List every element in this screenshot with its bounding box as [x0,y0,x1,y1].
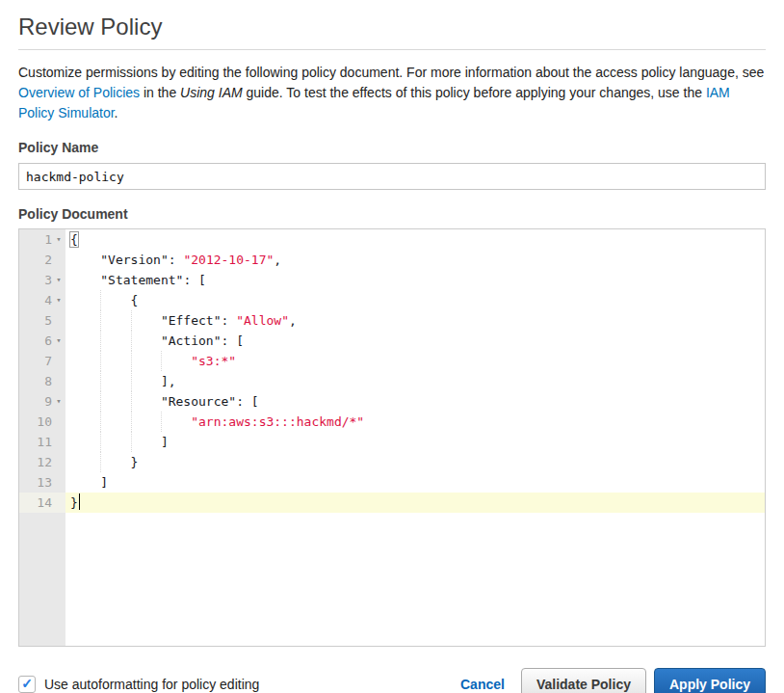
code-token-plain: ], [161,374,176,388]
editor-line[interactable]: { [65,290,765,310]
editor-code-area[interactable]: {"Version": "2012-10-17","Statement": [{… [65,229,765,646]
indent-guide [161,412,191,432]
description-text-3: guide. To test the effects of this polic… [247,85,702,100]
line-number: 6 [44,331,52,351]
code-token-plain: } [70,495,78,510]
code-token-key: "Resource" [161,394,236,409]
gutter-line-9: 9▾ [19,391,65,412]
policy-document-editor[interactable]: 1▾23▾4▾56▾789▾1011121314 {"Version": "20… [18,228,766,647]
line-number: 2 [44,250,52,270]
footer-bar: ✓ Use autoformatting for policy editing … [18,668,766,693]
indent-guide [131,412,161,432]
indent-space [70,472,100,493]
line-number: 1 [44,229,52,250]
code-token-plain: : [ [183,273,205,287]
gutter-line-10: 10 [19,412,65,432]
line-number: 12 [37,452,52,472]
editor-line[interactable]: ] [65,472,765,493]
code-token-plain: : [222,313,237,328]
indent-space [70,391,100,412]
line-number: 8 [44,371,52,391]
indent-space [70,351,100,371]
indent-guide [100,432,130,452]
apply-policy-button[interactable]: Apply Policy [654,668,766,693]
indent-guide [131,432,161,452]
editor-line[interactable]: "Action": [ [65,331,765,351]
editor-line[interactable]: "Version": "2012-10-17", [65,250,765,270]
overview-of-policies-link[interactable]: Overview of Policies [18,85,140,100]
line-number: 5 [44,310,52,331]
code-token-plain: { [70,232,78,247]
gutter-line-6: 6▾ [19,331,65,351]
gutter-line-1: 1▾ [19,229,65,250]
indent-guide [100,331,130,351]
gutter-line-5: 5 [19,310,65,331]
policy-name-input[interactable] [18,163,766,190]
editor-line[interactable]: "s3:*" [65,351,765,371]
code-token-str: "Allow" [236,313,289,328]
code-token-plain: : [ [222,333,244,348]
indent-guide [100,371,130,391]
indent-guide [131,371,161,391]
validate-policy-button[interactable]: Validate Policy [521,668,646,693]
editor-line[interactable]: ], [65,371,765,391]
page-title: Review Policy [18,13,766,40]
description-text-2: in the [144,85,176,100]
autoformat-option[interactable]: ✓ Use autoformatting for policy editing [18,676,259,693]
cancel-link[interactable]: Cancel [460,677,505,692]
description: Customize permissions by editing the fol… [18,63,766,123]
fold-caret-icon[interactable]: ▾ [52,391,65,412]
fold-caret-icon[interactable]: ▾ [52,270,65,290]
editor-line[interactable]: } [65,452,765,472]
indent-space [70,290,100,310]
indent-guide [131,331,161,351]
code-token-plain: ] [161,435,169,449]
code-token-key: "Action" [161,333,222,348]
text-cursor [79,493,81,510]
gutter-line-13: 13 [19,472,65,493]
code-token-key: "Statement" [100,273,183,287]
fold-caret-icon[interactable]: ▾ [52,290,65,310]
editor-line[interactable]: "Effect": "Allow", [65,310,765,331]
gutter-line-4: 4▾ [19,290,65,310]
autoformat-checkbox[interactable]: ✓ [18,676,36,693]
line-number: 9 [44,391,52,412]
line-number: 3 [44,270,52,290]
indent-guide [131,391,161,412]
indent-guide [100,351,130,371]
code-token-plain: : [169,253,184,267]
line-number: 7 [44,351,52,371]
editor-line[interactable]: { [65,229,765,250]
review-policy-page: Review Policy Customize permissions by e… [0,13,784,693]
indent-space [70,331,100,351]
code-token-plain: { [131,293,139,307]
indent-guide [161,351,191,371]
editor-gutter: 1▾23▾4▾56▾789▾1011121314 [19,229,65,646]
line-number: 11 [37,432,52,452]
editor-line[interactable]: "arn:aws:s3:::hackmd/*" [65,412,765,432]
fold-caret-icon[interactable]: ▾ [52,229,65,250]
indent-guide [100,290,130,310]
code-token-str: "arn:aws:s3:::hackmd/*" [191,414,364,429]
gutter-line-8: 8 [19,371,65,391]
indent-space [70,412,100,432]
editor-line[interactable]: "Resource": [ [65,391,765,412]
code-token-plain: : [ [236,394,258,409]
title-divider [18,49,766,50]
policy-document-label: Policy Document [18,206,766,222]
gutter-line-2: 2 [19,250,65,270]
indent-guide [100,310,130,331]
editor-line[interactable]: } [65,493,765,513]
indent-space [70,371,100,391]
indent-space [70,250,100,270]
code-token-str: "2012-10-17" [183,253,274,267]
line-number: 14 [37,493,52,513]
gutter-line-3: 3▾ [19,270,65,290]
fold-caret-icon[interactable]: ▾ [52,331,65,351]
editor-line[interactable]: ] [65,432,765,452]
indent-guide [100,391,130,412]
indent-guide [131,351,161,371]
editor-line[interactable]: "Statement": [ [65,270,765,290]
gutter-line-12: 12 [19,452,65,472]
check-icon: ✓ [21,677,33,690]
